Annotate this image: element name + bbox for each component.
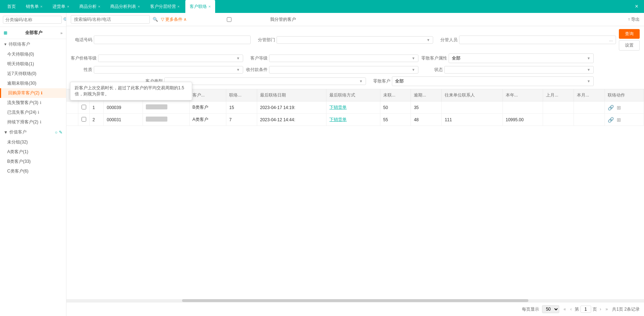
row2-last-method[interactable]: 下销货单	[326, 114, 380, 126]
export-btn[interactable]: ↑ 导出	[628, 16, 640, 23]
settings-icon-value[interactable]: ✎	[59, 130, 62, 135]
col-header-annual-contact[interactable]: 往来单位联系人	[442, 89, 503, 102]
row1-settings	[66, 102, 78, 114]
col-header-this-month[interactable]: 本月...	[574, 89, 605, 102]
col-header-current-year[interactable]: 本年...	[502, 89, 543, 102]
first-page-btn[interactable]: «	[562, 306, 567, 312]
sidebar-item-tomorrow[interactable]: 明天待联络(1)	[0, 59, 66, 69]
close-tab-product-list[interactable]: ×	[138, 4, 140, 9]
col-header-contact-count[interactable]: 联络...	[226, 89, 257, 102]
col-header-last-method[interactable]: 最后联络方式	[326, 89, 380, 102]
close-all-tabs[interactable]: ×	[632, 3, 641, 10]
last-page-btn[interactable]: »	[604, 306, 610, 312]
pagination-bar: 每页显示 50 « ‹ 第 页 › » 共1页 2条记录	[66, 302, 644, 316]
dept-select[interactable]: ▼	[277, 36, 434, 44]
row2-link-icon[interactable]: 🔗	[608, 117, 614, 123]
row1-check[interactable]	[78, 102, 89, 114]
status-select[interactable]: ▼	[444, 66, 594, 74]
sidebar-item-7days[interactable]: 近7天待联络(0)	[0, 69, 66, 79]
chevron-down-scatter: ▼	[587, 56, 590, 60]
row1-checkbox[interactable]	[82, 105, 86, 109]
chevron-down-dept: ▼	[426, 38, 430, 42]
row2-checkbox[interactable]	[82, 117, 86, 122]
settings-button[interactable]: 设置	[619, 40, 640, 51]
sidebar-item-ungroup[interactable]: 未分组(32)	[0, 137, 66, 147]
filter-price-level: 客户价格等级 ▼	[71, 55, 243, 62]
next-page-btn[interactable]: ›	[598, 306, 603, 312]
sidebar-item-today[interactable]: 今天待联络(0)	[0, 49, 66, 59]
sidebar-item-loss-warning[interactable]: 流失预警客户(3) ℹ	[0, 98, 66, 108]
col-header-last-date[interactable]: 最后联络日期	[257, 89, 326, 102]
close-tab-segment[interactable]: ×	[177, 4, 180, 9]
value-customer-group[interactable]: ▼ 价值客户 ○ ✎	[0, 127, 66, 137]
row2-name	[143, 114, 189, 126]
tab-product-analysis[interactable]: 商品分析 ×	[75, 0, 105, 13]
sidebar-item-c-class[interactable]: C类客户(6)	[0, 166, 66, 176]
close-tab-sales[interactable]: ×	[40, 4, 42, 9]
sidebar-item-lost[interactable]: 已流失客户(24) ℹ	[0, 108, 66, 117]
query-button[interactable]: 查询	[619, 29, 640, 39]
nature-select[interactable]: ▼	[94, 66, 243, 74]
col-header-last-month[interactable]: 上月...	[543, 89, 574, 102]
search-btn[interactable]: 🔍	[153, 17, 158, 22]
scrollbar-thumb[interactable]	[182, 299, 529, 302]
close-tab-purchase[interactable]: ×	[67, 4, 69, 9]
chevron-up-icon: ∧	[184, 17, 187, 22]
edit-icon-value[interactable]: ○	[55, 130, 57, 135]
row1-last-method[interactable]: 下销货单	[326, 102, 380, 114]
tab-purchase[interactable]: 进货单 ×	[48, 0, 73, 13]
page-input[interactable]	[580, 306, 591, 313]
pending-contact-group[interactable]: ▼ 待联络客户	[0, 39, 66, 49]
page-size-select[interactable]: 50	[542, 305, 559, 313]
sidebar-item-b-class[interactable]: B类客户(33)	[0, 157, 66, 166]
row2-check[interactable]	[78, 114, 89, 126]
row1-method-link[interactable]: 下销货单	[329, 105, 347, 110]
horizontal-scrollbar[interactable]	[66, 299, 644, 302]
col-header-overdue[interactable]: 逾期...	[411, 89, 442, 102]
tab-home[interactable]: 首页	[3, 0, 20, 13]
col-header-type[interactable]: 客户...	[189, 89, 226, 102]
customer-level-select[interactable]: ▼	[269, 55, 418, 62]
more-conditions-btn[interactable]: ▽ 更多条件 ∧	[161, 16, 187, 23]
sidebar-search-icon[interactable]: 🔍	[63, 17, 66, 22]
per-page-label: 每页显示	[522, 306, 539, 312]
row2-method-link[interactable]: 下销货单	[329, 117, 347, 122]
my-customers-checkbox-container[interactable]: 我分管的客户	[190, 16, 296, 23]
col-header-uncontacted[interactable]: 未联...	[380, 89, 411, 102]
my-customers-checkbox[interactable]	[190, 17, 269, 22]
filter-dept: 分管部门 ▼	[254, 36, 434, 44]
sidebar-item-a-class[interactable]: A类客户(1)	[0, 147, 66, 157]
sidebar-item-overdue[interactable]: 逾期未联络(30)	[0, 79, 66, 88]
tab-customer-contact[interactable]: 客户联络 ×	[185, 0, 215, 13]
tab-customer-segment[interactable]: 客户分层经营 ×	[146, 0, 184, 13]
scatter-customer-select[interactable]: 全部 ▼	[392, 76, 594, 86]
row2-last-date: 2023-04-12 14:44:	[257, 114, 326, 126]
sidebar-item-abnormal[interactable]: 回购异常客户(2) ℹ	[0, 88, 66, 98]
top-nav: 首页 销售单 × 进货单 × 商品分析 × 商品分析列表 × 客户分层经营 × …	[0, 0, 644, 13]
price-level-select[interactable]: ▼	[98, 55, 243, 62]
close-tab-contact[interactable]: ×	[208, 4, 210, 9]
payment-select[interactable]: ▼	[269, 66, 418, 74]
phone-input[interactable]	[94, 36, 251, 44]
row1-current-year	[502, 102, 543, 114]
info-icon-declining: ℹ	[40, 120, 41, 124]
sidebar-collapse-btn[interactable]: »	[60, 31, 62, 35]
chevron-down-level: ▼	[412, 56, 415, 60]
sidebar-search-input[interactable]	[3, 16, 62, 24]
close-tab-product-analysis[interactable]: ×	[98, 4, 100, 9]
customer-type-select[interactable]: ▼	[164, 77, 366, 85]
sidebar-search-container: 🔍	[0, 13, 66, 27]
row1-this-month	[574, 102, 605, 114]
tab-product-analysis-list[interactable]: 商品分析列表 ×	[106, 0, 144, 13]
status-label: 状态	[421, 67, 443, 73]
sidebar-item-declining[interactable]: 持续下滑客户(2) ℹ	[0, 117, 66, 127]
search-input[interactable]	[71, 15, 150, 24]
row1-contact-count: 15	[226, 102, 257, 114]
person-select[interactable]: ...	[459, 36, 616, 44]
row2-grid-icon[interactable]: ⊞	[617, 117, 621, 123]
row1-grid-icon[interactable]: ⊞	[617, 105, 621, 110]
scatter-attr-select[interactable]: 全部 ▼	[449, 53, 594, 63]
row1-link-icon[interactable]: 🔗	[608, 105, 614, 110]
prev-page-btn[interactable]: ‹	[569, 306, 573, 312]
tab-sales[interactable]: 销售单 ×	[22, 0, 47, 13]
